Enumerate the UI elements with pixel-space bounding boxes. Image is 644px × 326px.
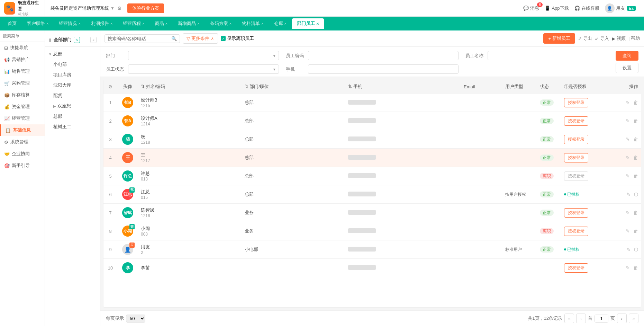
sidebar-item-biz-mgmt[interactable]: 📈 经营管理 [0, 113, 45, 124]
tab-warehouse[interactable]: 仓库 × [269, 18, 291, 29]
copy-icon[interactable]: ⬡ [634, 192, 638, 197]
tab-close-customer[interactable]: × [46, 21, 48, 26]
delete-icon[interactable]: 🗑 [633, 173, 638, 179]
delete-icon[interactable]: 🗑 [633, 265, 638, 271]
dept-edit-icon[interactable]: ✎ [74, 37, 80, 43]
tab-close-history[interactable]: × [142, 21, 144, 26]
message-btn[interactable]: 💬 消息 6 [523, 5, 539, 11]
auth-btn[interactable]: 授权登录 [564, 227, 588, 236]
system-dropdown-icon[interactable]: ▼ [110, 6, 115, 11]
user-btn[interactable]: 👤 用友 Ea [605, 3, 636, 13]
auth-btn-row10[interactable]: 授权登录 [564, 263, 588, 273]
sidebar-item-sales[interactable]: 📊 销售管理 [0, 65, 45, 77]
help-btn[interactable]: | 帮助 [628, 35, 640, 42]
delete-icon[interactable]: 🗑 [633, 155, 638, 160]
auth-btn[interactable]: 授权登录 [564, 116, 588, 126]
delete-icon[interactable]: 🗑 [633, 118, 638, 124]
tab-profit[interactable]: 利润报告 × [86, 18, 117, 29]
sidebar-item-purchase[interactable]: 🛒 采购管理 [0, 77, 45, 89]
tab-bom[interactable]: 物料清单 × [237, 18, 268, 29]
tab-home[interactable]: 首页 [3, 18, 21, 29]
auth-btn[interactable]: 授权登录 [564, 208, 588, 218]
dept-node-root[interactable]: ▼ 总部 [45, 49, 100, 59]
col-name[interactable]: ⇅ 姓名/编码 [138, 80, 242, 94]
tab-close-goods[interactable]: × [165, 21, 167, 26]
tab-close-operations[interactable]: × [78, 21, 80, 26]
tab-history[interactable]: 经营历程 × [118, 18, 149, 29]
sidebar-item-inventory[interactable]: 📦 库存核算 [0, 89, 45, 101]
tab-dept-staff[interactable]: 部门员工 × [292, 18, 324, 29]
sidebar-item-marketing[interactable]: 📢 营销推广 [0, 54, 45, 65]
dept-node-xiaodian[interactable]: 小电部 [45, 59, 100, 70]
delete-icon[interactable]: 🗑 [633, 136, 638, 142]
page-next-btn[interactable]: › [617, 314, 627, 323]
experience-btn[interactable]: 体验行业方案 [127, 3, 164, 13]
delete-icon[interactable]: 🗑 [633, 228, 638, 234]
edit-icon[interactable]: ✎ [626, 210, 630, 215]
table-settings-icon[interactable]: ⚙ [108, 84, 112, 89]
dept-node-zhishu[interactable]: 植树王二 [45, 122, 100, 132]
auth-btn[interactable]: 授权登录 [564, 98, 588, 107]
add-employee-btn[interactable]: + 新增员工 [543, 33, 575, 44]
sidebar-item-basic-info[interactable]: 📋 基础信息 [0, 124, 45, 136]
edit-icon[interactable]: ✎ [626, 265, 630, 271]
dept-collapse-icon[interactable]: « [90, 37, 97, 43]
dept-node-zongbu[interactable]: 总部 [45, 111, 100, 122]
dept-node-shuangzuo[interactable]: ▶ 双座想 [45, 101, 100, 111]
dept-node-peihuo[interactable]: 配货 [45, 90, 100, 101]
page-size-select[interactable]: 50 100 [126, 315, 145, 323]
search-input[interactable] [108, 36, 170, 41]
dept-node-project[interactable]: 项目库房 [45, 70, 100, 80]
tab-new-goods[interactable]: 新增商品 × [173, 18, 204, 29]
sidebar-item-quick-nav[interactable]: ⊞ 快捷导航 [0, 42, 45, 54]
page-input[interactable] [595, 315, 608, 323]
col-phone[interactable]: ⇅ 手机 [345, 80, 461, 94]
auth-btn-resigned[interactable]: 授权登录 [564, 171, 588, 181]
emp-code-input[interactable] [308, 51, 459, 60]
search-icon[interactable]: 🔍 [171, 36, 177, 41]
show-resigned-checkbox[interactable]: ✓ [221, 36, 226, 41]
delete-icon[interactable]: 🗑 [633, 100, 638, 105]
page-prev-btn[interactable]: ‹ [576, 314, 586, 323]
page-first-btn[interactable]: « [564, 314, 574, 323]
more-filters-btn[interactable]: ▽ 更多条件 ∧ [183, 33, 218, 44]
dept-select[interactable] [128, 51, 279, 60]
tab-barcode[interactable]: 条码方案 × [205, 18, 236, 29]
phone-input[interactable] [308, 64, 459, 74]
edit-icon[interactable]: ✎ [626, 247, 631, 252]
auth-btn[interactable]: 授权登录 [564, 153, 588, 162]
page-last-btn[interactable]: » [629, 314, 638, 323]
tab-close-profit[interactable]: × [110, 21, 112, 26]
set-btn[interactable]: 设置 [616, 63, 638, 73]
query-btn[interactable]: 查询 [616, 51, 638, 61]
col-dept[interactable]: ⇅ 部门/职位 [242, 80, 346, 94]
app-download-btn[interactable]: 📱 App下载 [545, 5, 569, 11]
online-service-btn[interactable]: 🎧 在线客服 [574, 5, 599, 11]
edit-icon[interactable]: ✎ [626, 155, 630, 160]
tab-close-barcode[interactable]: × [229, 21, 232, 26]
auth-btn[interactable]: 授权登录 [564, 135, 588, 144]
dept-node-shenyang[interactable]: 沈阳大库 [45, 80, 100, 90]
tab-goods[interactable]: 商品 × [150, 18, 172, 29]
import-btn[interactable]: ↙ 导入 [595, 35, 609, 42]
sidebar-item-system[interactable]: ⚙ 系统管理 [0, 136, 45, 148]
tab-close-warehouse[interactable]: × [284, 21, 287, 26]
edit-icon[interactable]: ✎ [626, 100, 630, 105]
edit-icon[interactable]: ✎ [626, 173, 630, 179]
system-settings-icon[interactable]: ⚙ [117, 6, 122, 11]
sidebar-item-finance[interactable]: 💰 资金管理 [0, 101, 45, 113]
tab-close-dept-staff[interactable]: × [316, 21, 319, 26]
copy-icon-2[interactable]: ⬡ [634, 247, 638, 252]
sidebar-item-enterprise[interactable]: 🤝 企业协同 [0, 148, 45, 160]
delete-icon[interactable]: 🗑 [633, 210, 638, 215]
tab-customer[interactable]: 客户联络 × [22, 18, 53, 29]
emp-status-select[interactable]: 正常 离职 [128, 64, 279, 74]
tab-close-bom[interactable]: × [261, 21, 263, 26]
export-btn[interactable]: ↗ 导出 [578, 35, 592, 42]
edit-icon[interactable]: ✎ [626, 228, 630, 234]
edit-icon[interactable]: ✎ [626, 192, 631, 197]
show-resigned-filter[interactable]: ✓ 显示离职员工 [221, 35, 254, 42]
tab-close-new-goods[interactable]: × [197, 21, 199, 26]
view-btn[interactable]: ▶ 视频 [612, 35, 626, 42]
tab-operations[interactable]: 经营情况 × [54, 18, 85, 29]
